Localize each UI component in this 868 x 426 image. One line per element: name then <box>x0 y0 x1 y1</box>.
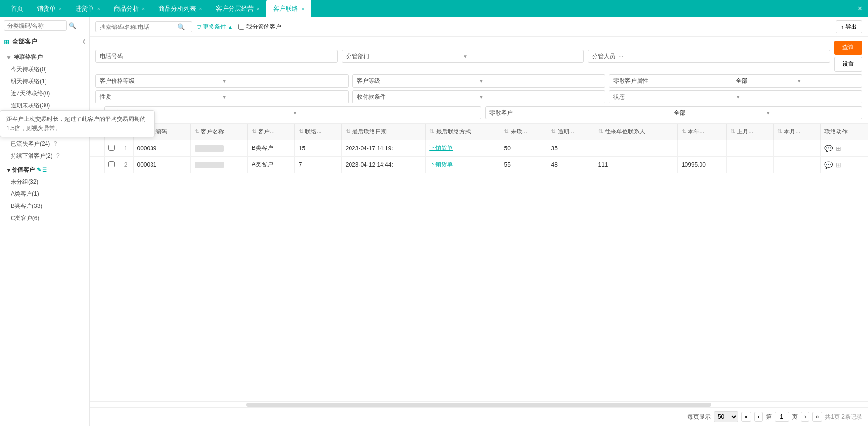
close-analysis-list-icon[interactable]: × <box>199 6 202 12</box>
manager-field[interactable]: 分管人员 ··· <box>588 50 830 63</box>
per-page-select[interactable]: 50 20 100 <box>714 411 738 422</box>
col-unit-contacts[interactable]: ⇅ 往来单位联系人 <box>594 124 677 140</box>
content-area: 🔍 ▽ 更多条件 ▲ 我分管的客户 ↑ 导出 电话号码 <box>90 17 868 426</box>
category-search-input[interactable] <box>4 20 67 31</box>
row1-last-method[interactable]: 下销货单 <box>426 140 500 157</box>
next-page-button[interactable]: › <box>801 412 809 422</box>
horizontal-scrollbar[interactable] <box>90 401 868 407</box>
page-number-input[interactable] <box>775 412 789 422</box>
price-level-dropdown-icon: ▼ <box>222 78 344 84</box>
my-customers-checkbox-label[interactable]: 我分管的客户 <box>238 23 281 31</box>
customer-level-select[interactable]: 客户等级 ▼ <box>352 74 606 88</box>
my-customers-checkbox[interactable] <box>238 24 244 30</box>
manager-more-icon[interactable]: ··· <box>618 53 623 59</box>
payment-select[interactable]: 收付款条件 ▼ <box>352 90 606 103</box>
dept-select[interactable]: 分管部门 ▼ <box>342 50 584 63</box>
value-settings-icon[interactable]: ☰ <box>42 167 47 173</box>
gender-select[interactable]: 性质 ▼ <box>95 90 349 103</box>
col-customer-name[interactable]: ⇅ 客户名称 <box>190 124 247 140</box>
row2-last-method[interactable]: 下销货单 <box>426 157 500 173</box>
row1-chat-icon[interactable]: 💬 <box>824 145 833 152</box>
sidebar-item-tomorrow-pending[interactable]: 明天待联络(1) <box>0 75 89 88</box>
row1-unit-contacts <box>594 140 677 157</box>
page-end-label: 页 <box>792 413 798 421</box>
col-this-year[interactable]: ⇅ 本年... <box>677 124 726 140</box>
nav-customer-contact[interactable]: 客户联络 × <box>266 0 311 17</box>
nav-purchase[interactable]: 进货单 × <box>68 0 107 17</box>
export-button[interactable]: ↑ 导出 <box>836 20 862 33</box>
value-group-title[interactable]: ▼ 价值客户 ✎ ☰ <box>0 164 89 176</box>
query-button[interactable]: 查询 <box>834 41 862 55</box>
sort-icon-contact: ⇅ <box>299 128 305 135</box>
phone-field[interactable]: 电话号码 <box>95 50 338 63</box>
col-this-month[interactable]: ⇅ 本月... <box>773 124 820 140</box>
last-page-button[interactable]: » <box>812 412 822 422</box>
close-analysis-icon[interactable]: × <box>142 6 145 12</box>
nav-customer-segment[interactable]: 客户分层经营 × <box>209 0 266 17</box>
close-customer-segment-icon[interactable]: × <box>257 6 259 12</box>
col-overdue[interactable]: ⇅ 逾期... <box>547 124 594 140</box>
nav-analysis-list[interactable]: 商品分析列表 × <box>152 0 209 17</box>
row1-checkbox-cell <box>104 140 119 157</box>
nav-sales[interactable]: 销货单 × <box>30 0 68 17</box>
sidebar: 🔍 ⊞ 全部客户 《 距客户上次交易时长，超过了此客户的平均交易周期的1.5倍，… <box>0 17 90 426</box>
retail-customer-select[interactable]: 零散客户 全部 ▼ <box>485 106 862 119</box>
advanced-filter: 电话号码 分管部门 ▼ 分管人员 ··· 查询 设置 客户价格等级 <box>90 37 868 124</box>
row2-more-icon[interactable]: ⊞ <box>836 161 841 169</box>
churned-info-icon[interactable]: ? <box>54 140 57 147</box>
row1-last-date: 2023-04-17 14:19: <box>341 140 425 157</box>
col-contact-count[interactable]: ⇅ 联络... <box>294 124 341 140</box>
retail-attr-select[interactable]: 零散客户属性 全部 ▼ <box>609 74 862 88</box>
declining-info-icon[interactable]: ? <box>56 152 60 159</box>
sidebar-item-churned[interactable]: 已流失客户(24) ? <box>0 138 89 150</box>
prev-page-button[interactable]: ‹ <box>754 412 763 422</box>
scroll-thumb[interactable] <box>246 403 711 407</box>
sidebar-item-ungrouped[interactable]: 未分组(32) <box>0 176 89 188</box>
more-conditions-button[interactable]: ▽ 更多条件 ▲ <box>197 23 233 31</box>
nav-analysis[interactable]: 商品分析 × <box>107 0 152 17</box>
category-search-icon[interactable]: 🔍 <box>69 22 76 29</box>
col-no-order[interactable]: ⇅ 未联... <box>500 124 547 140</box>
row2-chat-icon[interactable]: 💬 <box>824 161 833 169</box>
close-all-tabs-button[interactable]: × <box>858 4 862 13</box>
sidebar-item-7days-pending[interactable]: 近7天待联络(0) <box>0 88 89 100</box>
phone-input[interactable] <box>126 53 334 59</box>
nav-home[interactable]: 首页 <box>4 0 30 17</box>
price-level-select[interactable]: 客户价格等级 ▼ <box>95 74 349 88</box>
row1-more-icon[interactable]: ⊞ <box>836 145 841 152</box>
customer-type-select[interactable]: 客户类型 ▼ <box>104 106 481 119</box>
col-last-contact-date[interactable]: ⇅ 最后联络日期 <box>341 124 425 140</box>
value-customers-group: ▼ 价值客户 ✎ ☰ 未分组(32) A类客户(1) B类客户(33) C类客户… <box>0 164 89 224</box>
sidebar-item-class-b[interactable]: B类客户(33) <box>0 200 89 212</box>
col-last-month[interactable]: ⇅ 上月... <box>726 124 773 140</box>
first-page-button[interactable]: « <box>741 412 751 422</box>
close-sales-icon[interactable]: × <box>59 6 61 12</box>
sort-icon-unit: ⇅ <box>598 128 605 135</box>
sort-icon-thismonth: ⇅ <box>777 128 784 135</box>
sidebar-item-class-a[interactable]: A类客户(1) <box>0 188 89 200</box>
pending-group-title[interactable]: ▼ 待联络客户 <box>0 51 89 63</box>
row2-type: A类客户 <box>247 157 294 173</box>
row2-checkbox[interactable] <box>108 161 115 167</box>
row2-overdue: 48 <box>547 157 594 173</box>
settings-button[interactable]: 设置 <box>834 57 862 72</box>
sidebar-item-declining[interactable]: 持续下滑客户(2) ? <box>0 150 89 162</box>
all-customers-title[interactable]: ⊞ 全部客户 《 <box>0 34 89 49</box>
sort-icon-type: ⇅ <box>252 128 258 135</box>
value-edit-icon[interactable]: ✎ <box>37 167 41 173</box>
sidebar-item-class-c[interactable]: C类客户(6) <box>0 212 89 224</box>
main-search-input[interactable] <box>100 24 177 30</box>
col-last-contact-method[interactable]: ⇅ 最后联络方式 <box>426 124 500 140</box>
main-search-icon[interactable]: 🔍 <box>177 23 185 30</box>
col-customer-type[interactable]: ⇅ 客户... <box>247 124 294 140</box>
sidebar-item-today-pending[interactable]: 今天待联络(0) <box>0 63 89 75</box>
row1-type: B类客户 <box>247 140 294 157</box>
row1-actions: 💬 ⊞ <box>820 140 868 157</box>
retail-customer-dropdown-icon: ▼ <box>766 110 858 116</box>
close-purchase-icon[interactable]: × <box>97 6 100 12</box>
payment-dropdown-icon: ▼ <box>479 94 601 100</box>
row1-checkbox[interactable] <box>108 145 115 151</box>
status-select[interactable]: 状态 ▼ <box>609 90 862 103</box>
status-dropdown-icon: ▼ <box>736 94 858 100</box>
close-customer-contact-icon[interactable]: × <box>301 6 304 12</box>
